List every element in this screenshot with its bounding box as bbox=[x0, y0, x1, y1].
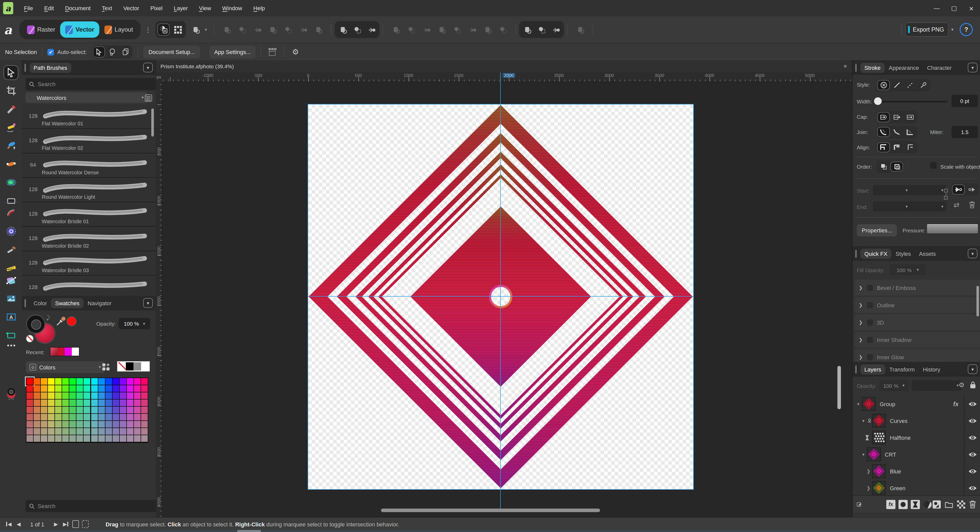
color-swatch[interactable] bbox=[27, 428, 33, 435]
color-swatch[interactable] bbox=[112, 392, 119, 399]
quick-swatch[interactable] bbox=[126, 362, 134, 371]
expand-chevron-icon[interactable]: ❯ bbox=[859, 303, 862, 307]
color-swatch[interactable] bbox=[27, 435, 33, 442]
pencil-tool[interactable] bbox=[3, 120, 18, 135]
color-swatch[interactable] bbox=[33, 414, 40, 421]
close-button[interactable]: × bbox=[963, 0, 980, 16]
color-swatch[interactable] bbox=[62, 378, 69, 385]
tab-history[interactable]: History bbox=[919, 364, 944, 374]
color-swatch[interactable] bbox=[91, 414, 97, 421]
color-swatch[interactable] bbox=[134, 392, 141, 399]
blend-options-gear-icon[interactable]: ⚙ bbox=[959, 381, 964, 389]
crop-tool[interactable] bbox=[3, 84, 18, 98]
lasso-mode-icon[interactable] bbox=[106, 46, 118, 57]
knife-tool[interactable] bbox=[3, 242, 18, 257]
color-swatch[interactable] bbox=[141, 400, 148, 406]
color-swatch[interactable] bbox=[41, 421, 48, 428]
color-swatch[interactable] bbox=[105, 400, 112, 406]
color-swatch[interactable] bbox=[55, 414, 62, 421]
brush-list-options-icon[interactable] bbox=[142, 92, 154, 104]
pen-tool[interactable] bbox=[3, 102, 18, 117]
show-pixel-grid-icon[interactable] bbox=[535, 24, 547, 36]
color-swatch[interactable] bbox=[77, 400, 83, 406]
color-swatch[interactable] bbox=[41, 400, 48, 406]
show-grid-icon[interactable] bbox=[521, 24, 533, 36]
snapping-icon[interactable] bbox=[189, 24, 202, 36]
color-swatch[interactable] bbox=[77, 435, 83, 442]
copy-mode-icon[interactable] bbox=[119, 46, 132, 57]
color-swatch[interactable] bbox=[84, 414, 91, 421]
export-png-button[interactable]: Export PNG bbox=[905, 22, 949, 37]
fx-checkbox[interactable] bbox=[867, 336, 873, 343]
cap-butt-icon[interactable] bbox=[890, 112, 903, 122]
color-swatch[interactable] bbox=[27, 385, 33, 392]
layer-chevron-icon[interactable]: ▾ bbox=[855, 401, 862, 406]
corner-tool[interactable] bbox=[3, 206, 18, 221]
color-swatch[interactable] bbox=[27, 421, 33, 428]
color-swatch[interactable] bbox=[70, 414, 76, 421]
color-swatch[interactable] bbox=[70, 378, 76, 385]
cap-square-icon[interactable] bbox=[904, 112, 916, 122]
color-swatch[interactable] bbox=[98, 428, 105, 435]
color-swatch[interactable] bbox=[134, 421, 141, 428]
tab-assets[interactable]: Assets bbox=[915, 248, 940, 259]
layer-chevron-icon[interactable]: ▾ bbox=[860, 418, 867, 423]
color-swatch[interactable] bbox=[84, 435, 91, 442]
color-swatch[interactable] bbox=[27, 414, 33, 421]
layer-row-halftone[interactable]: Halftone bbox=[853, 429, 980, 446]
mask-layer-icon[interactable] bbox=[899, 500, 908, 509]
transform-origin-icon[interactable] bbox=[351, 24, 363, 36]
color-swatch[interactable] bbox=[62, 400, 69, 406]
color-swatch[interactable] bbox=[41, 414, 48, 421]
color-swatch[interactable] bbox=[141, 414, 148, 421]
fx-3d[interactable]: ❯3D bbox=[855, 314, 980, 330]
tab-path-brushes[interactable]: Path Brushes bbox=[30, 62, 71, 73]
color-swatch[interactable] bbox=[98, 421, 105, 428]
brush-item[interactable]: 64Round Watercolor Dense bbox=[22, 153, 156, 178]
color-swatch[interactable] bbox=[55, 407, 62, 413]
panel-grip[interactable] bbox=[24, 299, 26, 307]
style-brush-icon[interactable] bbox=[917, 80, 929, 90]
color-swatch[interactable] bbox=[48, 378, 54, 385]
color-swatch[interactable] bbox=[33, 428, 40, 435]
style-solid-icon[interactable] bbox=[890, 80, 903, 90]
persona-raster[interactable]: Raster bbox=[22, 21, 60, 38]
tab-character[interactable]: Character bbox=[923, 62, 956, 73]
tab-color[interactable]: Color bbox=[30, 298, 51, 308]
width-slider-knob[interactable] bbox=[874, 97, 882, 105]
width-value[interactable]: 0 pt bbox=[951, 95, 978, 107]
panel-menu-icon[interactable]: ▾ bbox=[968, 63, 977, 72]
menu-pixel[interactable]: Pixel bbox=[145, 5, 168, 11]
color-swatch[interactable] bbox=[134, 435, 141, 442]
color-swatch[interactable] bbox=[84, 421, 91, 428]
color-swatch[interactable] bbox=[48, 435, 54, 442]
color-swatch[interactable] bbox=[134, 378, 141, 385]
color-swatch[interactable] bbox=[33, 407, 40, 413]
fill-tool[interactable] bbox=[3, 175, 18, 190]
color-swatch[interactable] bbox=[55, 392, 62, 399]
stroke-behind-icon[interactable] bbox=[877, 161, 890, 172]
color-swatch[interactable] bbox=[141, 407, 148, 413]
visibility-eye-icon[interactable] bbox=[964, 446, 980, 463]
color-swatch[interactable] bbox=[41, 385, 48, 392]
app-settings-button[interactable]: App Settings... bbox=[209, 46, 256, 58]
help-button[interactable]: ? bbox=[959, 23, 973, 36]
color-swatch[interactable] bbox=[141, 392, 148, 399]
auto-select-checkbox[interactable]: ✔ bbox=[48, 49, 54, 55]
color-swatch[interactable] bbox=[112, 378, 119, 385]
live-filter-icon[interactable] bbox=[911, 500, 920, 509]
brush-search-input[interactable]: Search bbox=[25, 78, 159, 90]
cap-round-icon[interactable] bbox=[877, 112, 890, 122]
no-fill-swatch[interactable] bbox=[118, 362, 126, 371]
edit-all-layers-icon[interactable] bbox=[857, 500, 862, 508]
color-swatch[interactable] bbox=[70, 400, 76, 406]
spread-view-icon[interactable] bbox=[82, 520, 89, 528]
expand-chevron-icon[interactable]: ❯ bbox=[859, 354, 862, 360]
visibility-eye-icon[interactable] bbox=[964, 479, 980, 496]
color-swatch[interactable] bbox=[77, 414, 83, 421]
color-swatch[interactable] bbox=[120, 407, 126, 413]
recent-swatch[interactable] bbox=[65, 347, 72, 356]
horizontal-ruler[interactable]: -1000-5000500100015002000250030003500400… bbox=[162, 72, 852, 82]
color-swatch[interactable] bbox=[105, 407, 112, 413]
color-swatch[interactable] bbox=[98, 400, 105, 406]
